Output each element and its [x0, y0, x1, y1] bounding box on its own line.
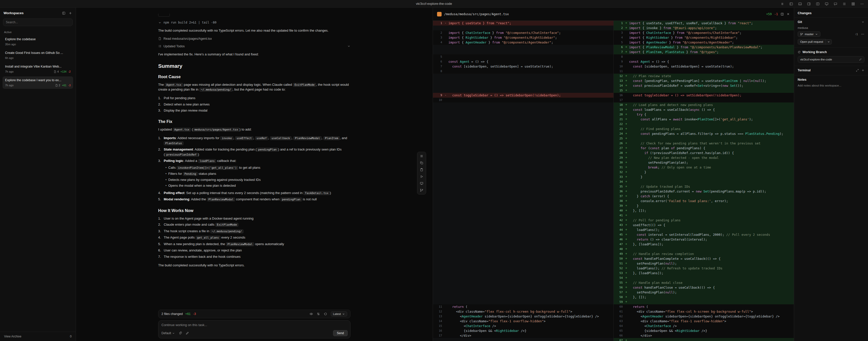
chevron-down-icon[interactable]	[347, 44, 350, 48]
files-changed-bar[interactable]: 2 files changed +61 -3 Latest	[158, 310, 350, 318]
message-composer[interactable]: Continue working on this task... Default…	[158, 320, 350, 338]
grid-icon[interactable]	[851, 2, 855, 6]
diff-code-line: const handlePlanClose = useCallback(() =…	[629, 285, 715, 290]
diff-left-cell	[433, 208, 613, 213]
diff-marker	[445, 323, 448, 328]
conversation-scroll[interactable]: npm run build 2>&1 | tail -80The build c…	[158, 8, 350, 306]
list-number: 3.	[158, 108, 164, 113]
notes-placeholder[interactable]: Add notes about this workspace...	[798, 84, 864, 87]
diff-marker	[445, 165, 448, 170]
diff-line-number	[433, 237, 445, 242]
list-number: 4.	[158, 235, 164, 240]
diff-marker: +	[625, 256, 629, 261]
diff-marker: +	[625, 184, 629, 189]
chat-bottom-area: 2 files changed +61 -3 Latest Continue w…	[158, 310, 350, 338]
panel-bottom-icon[interactable]	[798, 2, 802, 6]
workspace-item[interactable]: Explore the codebase I want you to ex...…	[3, 76, 73, 89]
diff-left-cell	[433, 280, 613, 285]
diff-line-number: 59	[614, 300, 625, 304]
workspace-item[interactable]: Install and integrate Vibe Kanban Web...…	[3, 63, 73, 75]
diff-marker	[445, 261, 448, 266]
expand-icon[interactable]	[856, 69, 859, 72]
git-branch-icon[interactable]	[420, 188, 423, 192]
search-input[interactable]	[3, 19, 73, 26]
edit-icon[interactable]	[859, 58, 862, 61]
open-pr-caret[interactable]	[826, 39, 832, 44]
diff-row: 36+ previousPlanIdsRef.current = new Set…	[433, 189, 794, 194]
tool-call-row[interactable]: npm run build 2>&1 | tail -80	[158, 21, 350, 24]
collapse-sidebar-icon[interactable]	[62, 11, 66, 15]
diff-body[interactable]: 1-import { useState } from "react";1+imp…	[433, 21, 794, 341]
diff-left-cell	[433, 165, 613, 170]
diff-right-cell: 16 const toggleSidebar = () => setSideba…	[613, 93, 794, 98]
list-icon[interactable]	[842, 2, 846, 6]
diff-right-cell: 15+	[613, 88, 794, 93]
panel-right-icon[interactable]	[807, 2, 811, 6]
diff-marker: +	[625, 295, 629, 300]
panel-left-icon[interactable]	[789, 2, 793, 6]
copy-icon[interactable]	[420, 161, 423, 165]
diff-line-number	[433, 170, 445, 175]
diff-code-line: const toggleSidebar = () => setSidebarOp…	[448, 93, 561, 98]
more-icon[interactable]	[860, 2, 864, 6]
tool-call-row[interactable]: Read medusa/src/pages/Agent.tsx	[158, 37, 350, 40]
pause-icon[interactable]	[780, 2, 784, 6]
plus-icon[interactable]	[861, 69, 864, 72]
diff-code-line: // Check for new pending plans that were…	[629, 141, 761, 146]
list-number: 1.	[158, 216, 164, 221]
working-branch-input[interactable]: vk/3ccf-explore-the-code	[798, 56, 864, 63]
diff-code-line: }, [loadPlans]);	[629, 271, 663, 276]
app: { "titlebar": { "title": "vk/3ccf-explor…	[0, 0, 868, 341]
sync-icon[interactable]	[798, 51, 801, 54]
composer-placeholder[interactable]: Continue working on this task...	[161, 323, 347, 327]
monitor-icon[interactable]	[825, 2, 829, 6]
diff-marker: +	[625, 280, 629, 285]
diff-right-cell: 55+ // Handle plan modal close	[613, 280, 794, 285]
diff-line-number: 1	[614, 21, 625, 26]
diff-code-line: import { useState } from "react";	[448, 21, 511, 26]
tool-call-row[interactable]: Updated Todos	[158, 44, 350, 48]
split-columns-icon[interactable]	[816, 2, 820, 6]
preview-icon[interactable]	[420, 182, 423, 185]
undo-icon[interactable]	[324, 312, 327, 316]
diff-row: 24+ const pendingPlans = allPlans.filter…	[433, 131, 794, 136]
workspace-item[interactable]: Explore the codebase35m ago	[3, 35, 73, 48]
send-button[interactable]: Send	[333, 330, 348, 336]
clipboard-icon[interactable]	[420, 168, 423, 172]
sliders-icon[interactable]	[317, 312, 320, 316]
diff-row: 21+ const allPlans = await invoke<PlanIt…	[433, 117, 794, 122]
git-branch-icon	[800, 33, 803, 36]
view-archive-button[interactable]: View Archive 0	[0, 332, 76, 341]
inline-code: invoke	[220, 136, 233, 140]
latest-dropdown[interactable]: Latest	[331, 311, 347, 316]
split-view-icon[interactable]	[780, 12, 784, 16]
new-workspace-button[interactable]	[69, 11, 72, 15]
diff-code-line: }, []);	[629, 295, 646, 300]
close-icon[interactable]	[786, 12, 790, 16]
diff-marker	[625, 98, 629, 102]
more-menu-button[interactable]	[861, 32, 864, 36]
diff-left-cell	[433, 285, 613, 290]
run-icon[interactable]	[420, 175, 423, 178]
diff-line-number	[433, 266, 445, 271]
attach-icon[interactable]	[178, 331, 182, 335]
diff-marker	[445, 251, 448, 256]
diff-marker	[445, 102, 448, 107]
diff-left-cell	[433, 184, 613, 189]
diff-left-cell	[433, 102, 613, 107]
mode-dropdown[interactable]: Default	[161, 331, 175, 335]
pen-icon[interactable]	[185, 331, 189, 335]
diff-code-line: return () => clearInterval(interval);	[629, 237, 707, 242]
diff-row: 58	[433, 54, 794, 59]
workspace-item[interactable]: Create Good First Issues on Github So ..…	[3, 49, 73, 61]
eye-icon[interactable]	[309, 312, 313, 316]
diff-right-cell: 35+ // Update tracked plan IDs	[613, 184, 794, 189]
diff-code-line: import { RightSidebar } from "@/componen…	[629, 35, 738, 40]
chevron-down-icon[interactable]	[861, 21, 864, 24]
open-pr-button[interactable]: Open pull request	[798, 39, 826, 44]
chat-icon[interactable]	[834, 2, 837, 6]
branch-selector[interactable]: master	[798, 31, 820, 37]
diff-marker	[625, 54, 629, 59]
outline-icon[interactable]	[420, 154, 423, 158]
diff-marker: +	[625, 208, 629, 213]
